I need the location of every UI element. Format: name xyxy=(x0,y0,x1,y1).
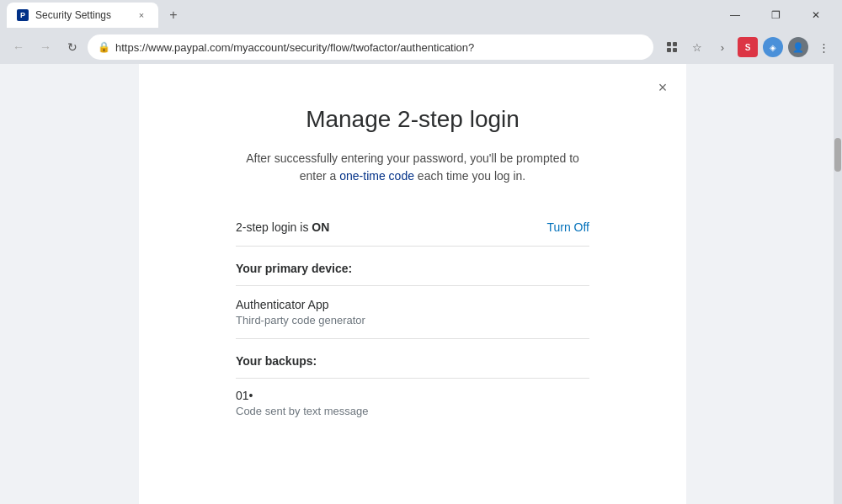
maximize-button[interactable]: ❐ xyxy=(756,3,795,28)
status-label-text: 2-step login is xyxy=(236,220,312,234)
user-avatar-button[interactable]: 👤 xyxy=(786,35,810,59)
main-area: × Manage 2-step login After successfully… xyxy=(139,64,686,504)
svg-rect-1 xyxy=(673,42,677,46)
turn-off-button[interactable]: Turn Off xyxy=(546,220,589,234)
back-button[interactable]: ← xyxy=(7,35,30,59)
window-controls: — ❐ ✕ xyxy=(716,3,835,28)
left-sidebar xyxy=(0,64,139,504)
forward-button[interactable]: → xyxy=(34,35,57,59)
page-content: × Manage 2-step login After successfully… xyxy=(0,64,842,504)
title-bar: P Security Settings × + — ❐ ✕ xyxy=(0,0,842,30)
extension-blue-button[interactable]: ◈ xyxy=(761,35,785,59)
svg-rect-3 xyxy=(673,48,677,52)
svg-rect-0 xyxy=(667,42,671,46)
close-window-button[interactable]: ✕ xyxy=(797,3,835,28)
minimize-button[interactable]: — xyxy=(716,3,754,28)
browser-actions: ☆ › S ◈ 👤 ⋮ xyxy=(660,35,835,59)
lock-icon: 🔒 xyxy=(98,41,110,53)
device-sub: Third-party code generator xyxy=(236,314,589,326)
right-sidebar xyxy=(686,64,834,504)
modal-subtitle: After successfully entering your passwor… xyxy=(236,150,589,185)
extensions-button[interactable] xyxy=(660,35,684,59)
subtitle-highlight: one-time code xyxy=(339,169,414,183)
tab-strip: P Security Settings × + xyxy=(7,3,185,28)
extension-blue-icon: ◈ xyxy=(763,37,783,57)
extension-red-icon: S xyxy=(738,37,758,57)
profile-button[interactable]: › xyxy=(711,35,734,59)
modal-close-button[interactable]: × xyxy=(651,76,674,99)
address-bar: ← → ↻ 🔒 https://www.paypal.com/myaccount… xyxy=(0,30,842,64)
refresh-button[interactable]: ↻ xyxy=(61,35,84,59)
tab-favicon: P xyxy=(17,9,29,21)
two-step-status-row: 2-step login is ON Turn Off xyxy=(236,209,589,247)
modal-title: Manage 2-step login xyxy=(236,106,589,133)
extension-red-button[interactable]: S xyxy=(736,35,759,59)
scrollbar[interactable] xyxy=(834,64,842,504)
active-tab[interactable]: P Security Settings × xyxy=(7,3,158,28)
paypal-logo-letter: P xyxy=(20,11,25,19)
tab-close-button[interactable]: × xyxy=(135,8,148,22)
backup-item: 01• Code sent by text message xyxy=(236,378,589,427)
status-label: 2-step login is ON xyxy=(236,220,329,234)
device-name: Authenticator App xyxy=(236,298,589,311)
status-value: ON xyxy=(312,220,329,234)
backup-number: 01• xyxy=(236,389,589,402)
tab-title: Security Settings xyxy=(35,9,128,21)
backups-label: Your backups: xyxy=(236,339,589,378)
new-tab-button[interactable]: + xyxy=(162,3,185,27)
browser-window: P Security Settings × + — ❐ ✕ ← → ↻ 🔒 ht… xyxy=(0,0,842,504)
address-input[interactable]: 🔒 https://www.paypal.com/myaccount/secur… xyxy=(88,34,653,60)
user-avatar: 👤 xyxy=(788,37,808,57)
url-text: https://www.paypal.com/myaccount/securit… xyxy=(115,41,643,54)
svg-rect-2 xyxy=(667,48,671,52)
bookmark-button[interactable]: ☆ xyxy=(685,35,709,59)
modal-content: Manage 2-step login After successfully e… xyxy=(202,64,623,461)
primary-device-label: Your primary device: xyxy=(236,247,589,286)
backup-sub: Code sent by text message xyxy=(236,405,589,417)
primary-device-item: Authenticator App Third-party code gener… xyxy=(236,286,589,339)
scrollbar-thumb[interactable] xyxy=(834,138,841,172)
subtitle-part2: each time you log in. xyxy=(414,169,525,183)
menu-button[interactable]: ⋮ xyxy=(812,35,835,59)
